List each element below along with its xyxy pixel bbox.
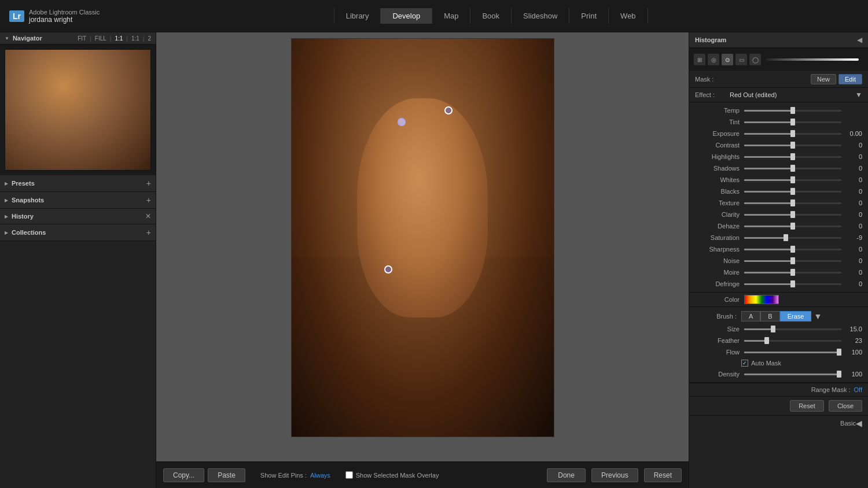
texture-track[interactable] bbox=[744, 202, 841, 204]
contrast-track[interactable] bbox=[744, 145, 841, 146]
whites-label: Whites bbox=[695, 176, 744, 183]
feather-value: 23 bbox=[841, 337, 862, 344]
brush-tab-erase[interactable]: Erase bbox=[780, 311, 812, 321]
saturation-slider-row: Saturation -9 bbox=[689, 232, 868, 243]
flow-track[interactable] bbox=[744, 352, 841, 353]
brush-tab-a[interactable]: A bbox=[741, 311, 760, 321]
snapshots-header[interactable]: ▶ Snapshots + bbox=[0, 192, 156, 208]
noise-track[interactable] bbox=[744, 260, 841, 262]
defringe-value: 0 bbox=[841, 280, 862, 287]
reset-button[interactable]: Reset bbox=[790, 400, 824, 412]
range-mask-value[interactable]: Off bbox=[854, 386, 862, 393]
nav-map[interactable]: Map bbox=[432, 8, 470, 24]
defringe-track[interactable] bbox=[744, 283, 841, 285]
shadows-slider-row: Shadows 0 bbox=[689, 162, 868, 174]
feather-label: Feather bbox=[695, 337, 744, 344]
snapshots-section: ▶ Snapshots + bbox=[0, 192, 156, 209]
auto-mask-checkbox[interactable]: ✓ bbox=[741, 360, 748, 367]
texture-slider-row: Texture 0 bbox=[689, 197, 868, 209]
zoom-1-1b[interactable]: 1:1 bbox=[131, 35, 139, 42]
blacks-track[interactable] bbox=[744, 191, 841, 193]
tool-spot[interactable]: ◎ bbox=[708, 54, 719, 65]
mask-new-button[interactable]: New bbox=[811, 74, 836, 84]
shadows-label: Shadows bbox=[695, 165, 744, 172]
sharpness-track[interactable] bbox=[744, 249, 841, 250]
snapshots-add[interactable]: + bbox=[146, 195, 151, 205]
moire-label: Moire bbox=[695, 269, 744, 276]
show-edit-pins-value[interactable]: Always bbox=[310, 472, 330, 479]
auto-mask-label: Auto Mask bbox=[751, 360, 781, 367]
moire-track[interactable] bbox=[744, 272, 841, 273]
main-content: ▼ Navigator FIT | FILL | 1:1 | 1:1 | 2 ▶ bbox=[0, 32, 868, 488]
flow-slider-row: Flow 100 bbox=[689, 346, 868, 358]
mask-edit-button[interactable]: Edit bbox=[838, 74, 862, 84]
size-value: 15.0 bbox=[841, 326, 862, 332]
nav-slideshow[interactable]: Slideshow bbox=[511, 8, 569, 24]
zoom-2[interactable]: 2 bbox=[148, 35, 151, 42]
navigator-triangle: ▼ bbox=[5, 36, 9, 41]
tool-grad[interactable]: ▭ bbox=[735, 54, 747, 65]
tool-redeye[interactable]: ⊙ bbox=[722, 54, 733, 65]
show-mask-checkbox[interactable] bbox=[345, 471, 353, 479]
clarity-track[interactable] bbox=[744, 214, 841, 216]
previous-button[interactable]: Previous bbox=[591, 468, 638, 482]
close-button[interactable]: Close bbox=[829, 400, 862, 412]
preview-image[interactable] bbox=[5, 49, 151, 171]
brush-dropdown-icon[interactable]: ▼ bbox=[814, 312, 822, 321]
temp-track[interactable] bbox=[744, 110, 841, 112]
nav-library[interactable]: Library bbox=[334, 8, 381, 24]
blacks-slider-row: Blacks 0 bbox=[689, 186, 868, 197]
histogram-title: Histogram bbox=[695, 36, 857, 43]
feather-track[interactable] bbox=[744, 340, 841, 342]
effect-row: Effect : Red Out (edited) ▼ bbox=[689, 88, 868, 102]
dehaze-track[interactable] bbox=[744, 225, 841, 227]
snapshots-triangle: ▶ bbox=[5, 198, 8, 203]
top-bar: Lr Adobe Lightroom Classic jordana wrigh… bbox=[0, 0, 868, 32]
tint-label: Tint bbox=[695, 119, 744, 125]
paste-button[interactable]: Paste bbox=[208, 468, 245, 482]
presets-section: ▶ Presets + bbox=[0, 175, 156, 192]
presets-header[interactable]: ▶ Presets + bbox=[0, 175, 156, 191]
copy-button[interactable]: Copy... bbox=[163, 468, 204, 482]
navigator-header[interactable]: ▼ Navigator FIT | FILL | 1:1 | 1:1 | 2 bbox=[0, 32, 156, 45]
tint-track[interactable] bbox=[744, 121, 841, 123]
zoom-1-1[interactable]: 1:1 bbox=[115, 35, 123, 42]
size-track[interactable] bbox=[744, 328, 841, 330]
brush-tab-b[interactable]: B bbox=[760, 311, 779, 321]
whites-track[interactable] bbox=[744, 179, 841, 181]
saturation-track[interactable] bbox=[744, 237, 841, 239]
histogram-expand-icon[interactable]: ◀ bbox=[857, 36, 862, 44]
history-header[interactable]: ▶ History ✕ bbox=[0, 209, 156, 224]
mask-pin-1[interactable] bbox=[444, 106, 453, 114]
photo-canvas[interactable] bbox=[156, 32, 689, 461]
highlights-track[interactable] bbox=[744, 156, 841, 158]
tool-radial[interactable]: ◯ bbox=[749, 54, 761, 65]
zoom-fill[interactable]: FILL bbox=[95, 35, 106, 42]
presets-add[interactable]: + bbox=[146, 179, 151, 188]
basic-label: Basic bbox=[695, 420, 856, 427]
nav-print[interactable]: Print bbox=[569, 8, 608, 24]
tool-crop[interactable]: ⊞ bbox=[694, 54, 705, 65]
tool-slider[interactable] bbox=[766, 58, 859, 61]
basic-expand-icon[interactable]: ◀ bbox=[856, 419, 862, 428]
collections-add[interactable]: + bbox=[146, 228, 151, 237]
histogram-header[interactable]: Histogram ◀ bbox=[689, 32, 868, 48]
nav-develop[interactable]: Develop bbox=[380, 8, 432, 24]
shadows-track[interactable] bbox=[744, 168, 841, 169]
dehaze-label: Dehaze bbox=[695, 223, 744, 230]
color-swatch[interactable] bbox=[744, 295, 779, 304]
reset-bottom-button[interactable]: Reset bbox=[644, 468, 682, 482]
mask-pin-3[interactable] bbox=[384, 265, 392, 273]
zoom-fit[interactable]: FIT bbox=[78, 35, 86, 42]
nav-book[interactable]: Book bbox=[470, 8, 511, 24]
effect-dropdown-icon[interactable]: ▼ bbox=[855, 91, 862, 99]
basic-row[interactable]: Basic ◀ bbox=[689, 416, 868, 431]
exposure-track[interactable] bbox=[744, 133, 841, 135]
done-button[interactable]: Done bbox=[547, 468, 586, 482]
nav-web[interactable]: Web bbox=[608, 8, 648, 24]
history-close[interactable]: ✕ bbox=[145, 212, 151, 220]
density-track[interactable] bbox=[744, 374, 841, 375]
mask-pin-2[interactable] bbox=[398, 118, 406, 126]
collections-header[interactable]: ▶ Collections + bbox=[0, 224, 156, 241]
brush-section: Brush : A B Erase ▼ Size 15.0 Feather bbox=[689, 307, 868, 383]
